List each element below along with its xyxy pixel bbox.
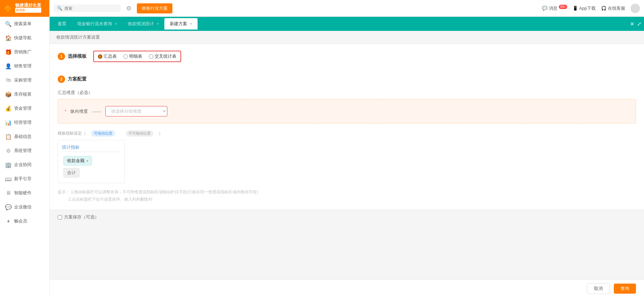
- metrics-group-label: 统计指标: [62, 144, 120, 152]
- home-icon: 🏠: [5, 35, 11, 41]
- radio-summary-label: 汇总表: [104, 53, 117, 59]
- message-label: 消息: [549, 5, 557, 11]
- footer-checkbox-row: 方案保存（可选）: [58, 214, 636, 220]
- sidebar-item-label: 采购管理: [14, 77, 32, 83]
- message-icon: 💬: [542, 6, 547, 11]
- sidebar-item-search[interactable]: 🔍 搜索菜单: [0, 17, 49, 31]
- sidebar-item-system[interactable]: ⚙ 系统管理: [0, 144, 49, 158]
- dimension-name: 纵向维度: [70, 108, 88, 114]
- sidebar-item-quick-nav[interactable]: 🏠 快捷导航: [0, 31, 49, 45]
- wechat-icon: 💬: [5, 204, 11, 210]
- topbar-search-box[interactable]: 🔍: [54, 4, 121, 12]
- sidebar-item-enterprise[interactable]: 🏢 企业协同: [0, 158, 49, 172]
- search-input[interactable]: [64, 6, 111, 11]
- radio-detail-input[interactable]: [123, 54, 128, 59]
- radio-summary[interactable]: 汇总表: [98, 53, 117, 59]
- sidebar-item-label: 营销推广: [14, 49, 32, 55]
- sidebar-logo: 🔶 畅捷通好生意 标准版: [0, 0, 49, 17]
- search-icon: 🔍: [57, 6, 62, 11]
- metric-sub-tag-total-label: 合计: [67, 170, 76, 176]
- gear-icon: ⚙: [5, 148, 11, 154]
- sidebar-item-label: 快捷导航: [14, 35, 32, 41]
- dimension-arrow: ——: [92, 109, 101, 114]
- sidebar-item-label: 资金管理: [14, 105, 32, 111]
- required-mark: *: [65, 109, 66, 114]
- download-icon: 📱: [573, 6, 578, 11]
- metric-tag-amount[interactable]: 收款金额 ▾: [63, 156, 92, 165]
- service-action[interactable]: 🎧 在线客服: [601, 5, 625, 11]
- save-label: 方案保存（可选）: [64, 214, 99, 220]
- tab-stats-close[interactable]: ×: [157, 21, 159, 26]
- sidebar-item-wechat[interactable]: 💬 企业微信: [0, 200, 49, 214]
- sidebar-item-operations[interactable]: 📊 经营管理: [0, 115, 49, 130]
- dimension-select[interactable]: 请选择分组维度: [105, 106, 167, 116]
- metrics-close-bracket: ）: [159, 131, 163, 136]
- step2-section: 2 方案配置 汇总维度（必选） * 纵向维度 —— 请选择分组维度 模板指标设定…: [50, 76, 644, 210]
- cancel-button[interactable]: 取消: [587, 283, 610, 294]
- sidebar-item-member[interactable]: ♦ 畅会员: [0, 214, 49, 228]
- money-icon: 💰: [5, 105, 11, 111]
- radio-cross-label: 交叉统计表: [155, 53, 176, 59]
- close-all-icon[interactable]: ✕: [630, 21, 634, 27]
- settings-icon[interactable]: ⚙: [125, 3, 133, 13]
- form-section: 1 选择模板 汇总表 明细表 交叉统计表: [50, 44, 644, 76]
- sidebar-item-sales[interactable]: 👤 销售管理: [0, 59, 49, 73]
- sidebar-item-basic-info[interactable]: 📋 基础信息: [0, 130, 49, 144]
- sidebar: 🔶 畅捷通好生意 标准版 🔍 搜索菜单 🏠 快捷导航 🎁 营销推广 👤 销售管理…: [0, 0, 50, 297]
- sidebar-item-label: 新手引导: [14, 176, 32, 182]
- radio-detail-label: 明细表: [129, 53, 142, 59]
- enterprise-icon: 🏢: [5, 162, 11, 168]
- expand-icon[interactable]: ⤢: [637, 21, 641, 27]
- message-badge: 99+: [559, 5, 567, 9]
- tab-home[interactable]: 首页: [52, 18, 72, 30]
- step1-label: 选择模板: [68, 53, 87, 59]
- sidebar-item-hardware[interactable]: 🖥 智能硬件: [0, 186, 49, 200]
- metrics-container: 统计指标 收款金额 ▾ 合计: [58, 140, 125, 183]
- tips-section: 提示： 1.拖动标题栏可以调整布局，不可跨维度或指标区域拖动栏目字段(只能在同一…: [58, 189, 636, 203]
- step2-badge: 2: [58, 76, 65, 83]
- radio-cross-input[interactable]: [149, 54, 153, 59]
- sidebar-item-inventory[interactable]: 📦 库存核算: [0, 87, 49, 101]
- draggable-badge: 可拖动位置: [91, 130, 115, 137]
- dimension-section-label: 汇总维度（必选）: [58, 90, 636, 96]
- tab-stats[interactable]: 收款情况统计 ×: [122, 18, 164, 30]
- sidebar-item-purchase[interactable]: 🛍 采购管理: [0, 73, 49, 87]
- search-icon: 🔍: [5, 21, 11, 27]
- tab-bank[interactable]: 现金银行流水查询 ×: [72, 18, 122, 30]
- service-label: 在线客服: [608, 5, 625, 11]
- tab-new-label: 新建方案: [170, 21, 187, 27]
- sales-icon: 👤: [5, 63, 11, 69]
- message-action[interactable]: 💬 消息 99+: [542, 5, 567, 11]
- radio-summary-input[interactable]: [98, 54, 102, 59]
- tab-bank-label: 现金银行流水查询: [77, 21, 112, 27]
- metric-tag-amount-label: 收款金额: [67, 158, 85, 164]
- gift-icon: 🎁: [5, 49, 11, 55]
- user-avatar[interactable]: [631, 4, 640, 13]
- sidebar-item-label: 企业微信: [14, 204, 32, 210]
- query-button[interactable]: 查询: [614, 284, 636, 294]
- trial-button[interactable]: 体验行业方案: [137, 3, 172, 13]
- main-area: 🔍 ⚙ 体验行业方案 💬 消息 99+ 📱 App下载 🎧 在线客服 首页: [50, 0, 644, 297]
- member-icon: ♦: [5, 218, 11, 224]
- sidebar-nav: 🔍 搜索菜单 🏠 快捷导航 🎁 营销推广 👤 销售管理 🛍 采购管理 📦 库存核…: [0, 17, 49, 297]
- download-action[interactable]: 📱 App下载: [573, 5, 596, 11]
- metric-sub-tag-total: 合计: [63, 168, 79, 178]
- radio-detail[interactable]: 明细表: [123, 53, 142, 59]
- tab-new-close[interactable]: ×: [190, 21, 192, 26]
- guide-icon: 📖: [5, 176, 11, 182]
- logo-icon: 🔶: [4, 4, 12, 12]
- radio-cross[interactable]: 交叉统计表: [149, 53, 176, 59]
- sidebar-item-label: 销售管理: [14, 63, 32, 69]
- sidebar-item-marketing[interactable]: 🎁 营销推广: [0, 45, 49, 59]
- save-checkbox[interactable]: [58, 215, 62, 219]
- page-footer: 方案保存（可选）: [50, 210, 644, 224]
- tab-bank-close[interactable]: ×: [115, 21, 117, 26]
- sidebar-item-label: 基础信息: [14, 134, 32, 140]
- app-badge: 标准版: [15, 8, 41, 13]
- tips-prefix: 提示：: [58, 190, 70, 194]
- tab-new[interactable]: 新建方案 ×: [164, 18, 198, 30]
- sidebar-item-guide[interactable]: 📖 新手引导: [0, 172, 49, 186]
- step1-row: 1 选择模板 汇总表 明细表 交叉统计表: [58, 51, 636, 62]
- sidebar-item-finance[interactable]: 💰 资金管理: [0, 101, 49, 115]
- tips-line1: 1.拖动标题栏可以调整布局，不可跨维度或指标区域拖动栏目字段(只能在同一维度或指…: [71, 190, 258, 194]
